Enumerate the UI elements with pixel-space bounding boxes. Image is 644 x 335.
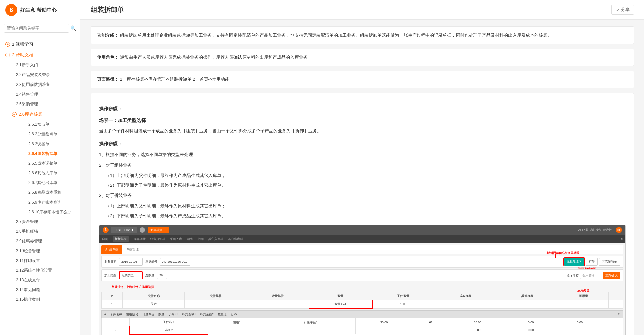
cell-spec: 规格1 bbox=[208, 318, 266, 326]
logo-icon: 6 bbox=[5, 4, 17, 16]
mock-nav-close: × bbox=[621, 236, 623, 242]
annotation-4: 启用处理 bbox=[577, 288, 589, 293]
path-block: 页面路径： 1、库存核算->库存管理->组装拆卸单 2、首页->常用功能 bbox=[91, 71, 634, 88]
sidebar-item-inventory[interactable]: − 2.6库存核算 2.6.1盘点单 2.6.2分量盘点单 2.6.3调拨单 2… bbox=[12, 109, 80, 217]
search-box: 🔍 bbox=[0, 20, 80, 36]
mock-lower-expand: ⬆ bbox=[618, 312, 620, 317]
mock-tab-manage: 单据管理 bbox=[122, 245, 143, 254]
sidebar-item-print[interactable]: 2.11打印设置 bbox=[12, 256, 80, 266]
sidebar-item-newbie[interactable]: 2.1新手入门 bbox=[12, 60, 80, 70]
mock-lower-header: # 子件名称 规格型号 计量单位 数量 子件 *1 补充金额1 补充金额2 数量… bbox=[101, 310, 623, 318]
mock-label-type: 加工类型 bbox=[104, 273, 116, 278]
expand-icon: + bbox=[5, 42, 10, 47]
collapse-inventory-icon: − bbox=[12, 112, 17, 117]
page-title: 组装拆卸单 bbox=[91, 5, 124, 14]
cell-action bbox=[604, 318, 623, 326]
cell-extra1: 0.00 bbox=[449, 326, 506, 334]
table-row: 1 关术 数量 >=1 1.00 bbox=[102, 300, 623, 308]
sidebar-item-business[interactable]: 2.10经营管理 bbox=[12, 246, 80, 256]
mock-lower-col2: 子件名称 bbox=[110, 312, 122, 317]
mock-warehouse-row: 仓库名称 仓库名称 立案确认 bbox=[567, 272, 620, 279]
mock-lower-table: 子件名 1 规格1 计量单位1 30.00 61 88.00 0.00 0.00 bbox=[101, 318, 623, 335]
sidebar-item-inventory-split[interactable]: 2.6.2分量盘点单 bbox=[24, 129, 80, 139]
mock-process-btn: 流程处理▼ bbox=[564, 258, 584, 265]
feature-intro-text: 组装拆卸单用来处理企业组装或拆卸等加工业务，支持有固定装配清单的产品加工业务，也… bbox=[120, 33, 552, 38]
mock-lower-col9: 数量比 bbox=[218, 312, 227, 317]
mock-nav-home: 自页 bbox=[102, 236, 108, 242]
step2-1: （1）上部明细为父件明细，最终作为产成品生成其它入库单； bbox=[106, 172, 626, 179]
assembly-keyword: 【组装】 bbox=[182, 128, 199, 133]
mock-nav-other-in: 其它入库单 bbox=[208, 236, 223, 242]
main-header: 组装拆卸单 ↗ 分享 bbox=[80, 0, 644, 20]
sidebar-item-cost-adjust[interactable]: 2.6.5成本调整单 bbox=[24, 159, 80, 168]
mock-lower-col8: 补充金额2 bbox=[200, 312, 214, 317]
disassembly-keyword: 【拆卸】 bbox=[291, 128, 308, 133]
sidebar-item-purchase[interactable]: 2.5采购管理 bbox=[12, 99, 80, 109]
sidebar-item-personalize[interactable]: 2.12系统个性化设置 bbox=[12, 266, 80, 275]
mock-warehouse-input: 仓库名称 bbox=[580, 272, 601, 279]
sidebar-item-other-in[interactable]: 2.6.6其他入库单 bbox=[24, 168, 80, 178]
mock-lower-col1: # bbox=[104, 312, 106, 317]
mock-label-count: 总数量 bbox=[145, 273, 154, 278]
sidebar-item-inventory-adjust[interactable]: 2.6.3调拨单 bbox=[24, 139, 80, 149]
share-label: 分享 bbox=[621, 7, 630, 13]
col-parent-name: 父件名称 bbox=[123, 292, 185, 300]
mock-lower-col7: 补充金额1 bbox=[182, 312, 196, 317]
annotation-3: 组装业务、拆卸业务在这里选择 bbox=[112, 284, 154, 290]
mock-label-date: 业务日期 bbox=[104, 259, 116, 264]
col-parent-spec: 父件规格 bbox=[185, 292, 247, 300]
sidebar-item-sales[interactable]: 2.4销售管理 bbox=[12, 90, 80, 99]
sidebar-item-videos[interactable]: + 1.视频学习 bbox=[0, 39, 80, 50]
sidebar-item-stock-query[interactable]: 2.6.9库存账本查询 bbox=[24, 198, 80, 207]
sidebar-item-stock-error[interactable]: 2.6.10库存账本错了么办 bbox=[24, 207, 80, 217]
cell-sub-name: 规格 2 bbox=[130, 326, 208, 334]
sidebar-item-coupon[interactable]: 2.9优惠券管理 bbox=[12, 236, 80, 246]
cell-row-action bbox=[608, 300, 623, 308]
mock-settings-icon bbox=[140, 227, 145, 233]
table-row: 2 规格 2 0.00 0.00 bbox=[102, 326, 623, 334]
cell-action bbox=[604, 326, 623, 334]
mock-navbar: 自页 新新单据 库存调拨 组装拆卸单 采购入库 销售 拆卸 其它入库单 其它出库… bbox=[99, 235, 625, 243]
cell-other bbox=[496, 300, 558, 308]
sidebar-item-inventory-count[interactable]: 2.6.1盘点单 bbox=[24, 120, 80, 129]
mock-type-select: 组装类型 bbox=[119, 271, 143, 279]
mock-content-area: 新 建单据 单据管理 业务日期 2019-12-26 单据编号 AD-20191… bbox=[99, 243, 625, 335]
col-unit: 计量单位 bbox=[247, 292, 309, 300]
share-button[interactable]: ↗ 分享 bbox=[611, 5, 634, 15]
search-input[interactable] bbox=[4, 24, 69, 33]
mock-nav-sales: 销售 bbox=[187, 236, 193, 242]
sidebar-item-other-out[interactable]: 2.6.7其他出库单 bbox=[24, 178, 80, 188]
sidebar-item-faq[interactable]: 2.14常见问题 bbox=[12, 285, 80, 295]
cell-index: 1 bbox=[102, 300, 123, 308]
sidebar-item-docs[interactable]: − 2.帮助文档 2.1新手入门 2.2产品安装及登录 2.3使用前数据准备 2… bbox=[0, 50, 80, 304]
cell-extra1: 88.00 bbox=[449, 318, 506, 326]
sidebar-item-mobile[interactable]: 2.8手机旺铺 bbox=[12, 227, 80, 236]
mock-count-input: 26 bbox=[157, 272, 167, 279]
cell-spec bbox=[208, 326, 266, 334]
mock-label-warehouse: 仓库名称 bbox=[567, 273, 579, 278]
mock-lower-col5: 数量 bbox=[158, 312, 164, 317]
mock-icon-report: 彩虹报告 bbox=[590, 228, 601, 232]
mock-label-docno: 单据编号 bbox=[145, 259, 157, 264]
sidebar-item-finance[interactable]: 2.7资金管理 bbox=[12, 217, 80, 227]
sidebar-item-assembly[interactable]: 2.6.4组装拆卸单 bbox=[24, 149, 80, 159]
sidebar-item-online-pay[interactable]: 2.13在线支付 bbox=[12, 275, 80, 285]
sidebar-item-data-prep[interactable]: 2.3使用前数据准备 bbox=[12, 80, 80, 90]
sidebar-item-label: 2.帮助文档 bbox=[12, 52, 33, 58]
scene-desc1: 当由多个子件材料组装成一个成品的业务为【组装】业务，当由一个父件拆分成多个子产品… bbox=[99, 127, 626, 135]
main-content: 功能介绍： 组装拆卸单用来处理企业组装或拆卸等加工业务，支持有固定装配清单的产品… bbox=[80, 20, 644, 335]
sidebar-item-cost-recalc[interactable]: 2.6.8商品成本重算 bbox=[24, 188, 80, 198]
mock-tabs: 新 建单据 单据管理 bbox=[101, 245, 623, 254]
mock-nav-transfer: 库存调拨 bbox=[133, 236, 146, 242]
search-button[interactable]: 🔍 bbox=[70, 25, 76, 31]
cell-idx bbox=[102, 318, 130, 326]
col-available: 可用量 bbox=[558, 292, 609, 300]
operations-label: 操作步骤： bbox=[99, 105, 626, 113]
sidebar-item-install[interactable]: 2.2产品安装及登录 bbox=[12, 70, 80, 80]
cell-ratio bbox=[555, 326, 604, 334]
cell-sub-qty: 1.00 bbox=[372, 300, 434, 308]
col-other: 其他金额 bbox=[496, 292, 558, 300]
sidebar-item-cases[interactable]: 2.15操作案例 bbox=[12, 295, 80, 304]
step3-2: （2）下部明细为子件明细，最终作为产成品生成其它入库单。 bbox=[106, 212, 626, 220]
cell-parent-name: 关术 bbox=[123, 300, 185, 308]
